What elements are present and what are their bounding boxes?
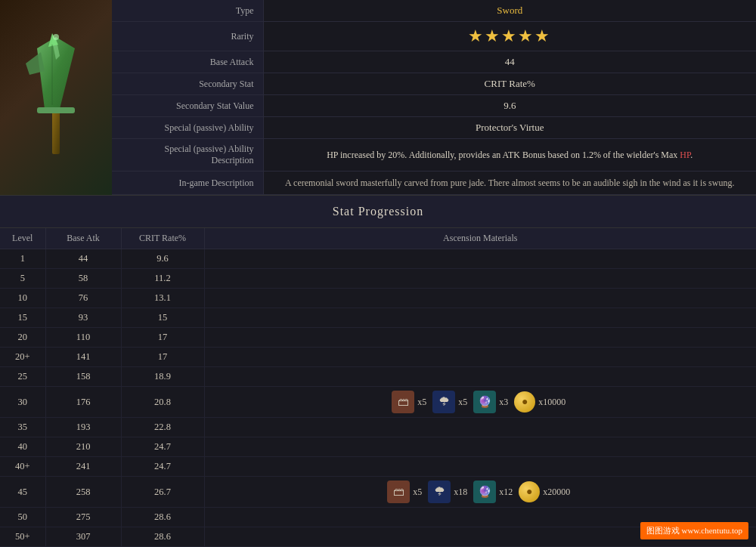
svg-point-6	[53, 34, 59, 40]
cell-base-atk: 258	[45, 477, 121, 508]
material-icon: ●	[519, 481, 540, 502]
cell-level: 35	[0, 418, 45, 437]
secondary-stat-value-row: Secondary Stat Value 9.6	[112, 95, 756, 117]
table-row: 40+24124.7	[0, 457, 756, 477]
ingame-desc-row: In-game Description A ceremonial sword m…	[112, 172, 756, 195]
cell-crit-rate: 24.7	[121, 437, 204, 457]
cell-materials	[204, 348, 756, 367]
cell-crit-rate: 20.8	[121, 387, 204, 418]
ingame-desc-label: In-game Description	[112, 172, 263, 195]
cell-crit-rate: 17	[121, 348, 204, 367]
stat-table-header: Level Base Atk CRIT Rate% Ascension Mate…	[0, 228, 756, 249]
table-row: 3017620.8🗃x5🌩x5🔮x3●x10000	[0, 387, 756, 418]
material-count: x18	[454, 487, 467, 498]
cell-crit-rate: 24.7	[121, 457, 204, 477]
cell-base-atk: 110	[45, 328, 121, 348]
ingame-desc-value: A ceremonial sword masterfully carved fr…	[263, 172, 756, 195]
table-row: 4021024.7	[0, 437, 756, 457]
rarity-row: Rarity ★★★★★	[112, 22, 756, 51]
cell-materials	[204, 308, 756, 328]
col-materials: Ascension Materials	[204, 228, 756, 249]
col-level: Level	[0, 228, 45, 249]
cell-crit-rate: 9.6	[121, 249, 204, 269]
weapon-stats-table: Type Sword Rarity ★★★★★ Base Attack 44 S…	[112, 0, 756, 195]
cell-crit-rate: 28.6	[121, 508, 204, 527]
table-row: 20+14117	[0, 348, 756, 367]
cell-materials	[204, 269, 756, 289]
cell-materials	[204, 249, 756, 269]
cell-base-atk: 275	[45, 508, 121, 527]
material-icon: 🔮	[473, 481, 496, 503]
weapon-info-section: Type Sword Rarity ★★★★★ Base Attack 44 S…	[0, 0, 756, 196]
cell-base-atk: 176	[45, 387, 121, 418]
cell-level: 10	[0, 289, 45, 308]
cell-base-atk: 58	[45, 269, 121, 289]
secondary-stat-value-label: Secondary Stat Value	[112, 95, 263, 117]
svg-rect-0	[52, 109, 60, 154]
cell-crit-rate: 28.6	[121, 527, 204, 547]
watermark: 图图游戏 www.chentutu.top	[640, 522, 748, 539]
material-icon: 🗃	[387, 481, 410, 503]
base-attack-value: 44	[263, 51, 756, 73]
cell-crit-rate: 13.1	[121, 289, 204, 308]
special-ability-desc-label: Special (passive) Ability Description	[112, 139, 263, 172]
col-crit: CRIT Rate%	[121, 228, 204, 249]
base-attack-label: Base Attack	[112, 51, 263, 73]
cell-level: 5	[0, 269, 45, 289]
weapon-image	[0, 0, 112, 195]
cell-crit-rate: 26.7	[121, 477, 204, 508]
material-count: x5	[458, 397, 467, 408]
cell-crit-rate: 17	[121, 328, 204, 348]
table-row: 159315	[0, 308, 756, 328]
material-count: x3	[499, 397, 508, 408]
cell-level: 25	[0, 367, 45, 387]
cell-base-atk: 141	[45, 348, 121, 367]
rarity-label: Rarity	[112, 22, 263, 51]
cell-base-atk: 210	[45, 437, 121, 457]
col-base-atk: Base Atk	[45, 228, 121, 249]
cell-level: 15	[0, 308, 45, 328]
cell-materials: 🗃x5🌩x5🔮x3●x10000	[204, 387, 756, 418]
stat-progression-title: Stat Progression	[0, 196, 756, 228]
type-label: Type	[112, 0, 263, 22]
cell-materials: 🗃x5🌩x18🔮x12●x20000	[204, 477, 756, 508]
cell-base-atk: 76	[45, 289, 121, 308]
cell-level: 50+	[0, 527, 45, 547]
base-attack-row: Base Attack 44	[112, 51, 756, 73]
material-count: x5	[413, 487, 422, 498]
secondary-stat-value-val: 9.6	[263, 95, 756, 117]
material-count: x10000	[538, 397, 565, 408]
material-icon: 🔮	[473, 391, 496, 413]
cell-level: 30	[0, 387, 45, 418]
cell-base-atk: 44	[45, 249, 121, 269]
type-value: Sword	[263, 0, 756, 22]
cell-materials	[204, 367, 756, 387]
table-row: 107613.1	[0, 289, 756, 308]
stat-table: Level Base Atk CRIT Rate% Ascension Mate…	[0, 228, 756, 547]
table-row: 55811.2	[0, 269, 756, 289]
cell-materials	[204, 437, 756, 457]
cell-base-atk: 93	[45, 308, 121, 328]
stat-progression-section: Stat Progression Level Base Atk CRIT Rat…	[0, 196, 756, 547]
cell-materials	[204, 418, 756, 437]
material-icon: 🌩	[428, 481, 451, 503]
cell-materials	[204, 289, 756, 308]
material-count: x12	[499, 487, 513, 498]
cell-materials	[204, 328, 756, 348]
cell-crit-rate: 18.9	[121, 367, 204, 387]
cell-level: 20+	[0, 348, 45, 367]
special-ability-label: Special (passive) Ability	[112, 117, 263, 139]
special-ability-value: Protector's Virtue	[263, 117, 756, 139]
material-icon: 🗃	[392, 391, 414, 413]
special-ability-desc-row: Special (passive) Ability Description HP…	[112, 139, 756, 172]
cell-base-atk: 241	[45, 457, 121, 477]
cell-base-atk: 307	[45, 527, 121, 547]
cell-level: 20	[0, 328, 45, 348]
table-row: 2515818.9	[0, 367, 756, 387]
cell-level: 45	[0, 477, 45, 508]
table-row: 2011017	[0, 328, 756, 348]
cell-crit-rate: 11.2	[121, 269, 204, 289]
table-row: 4525826.7🗃x5🌩x18🔮x12●x20000	[0, 477, 756, 508]
table-row: 3519322.8	[0, 418, 756, 437]
cell-level: 40+	[0, 457, 45, 477]
